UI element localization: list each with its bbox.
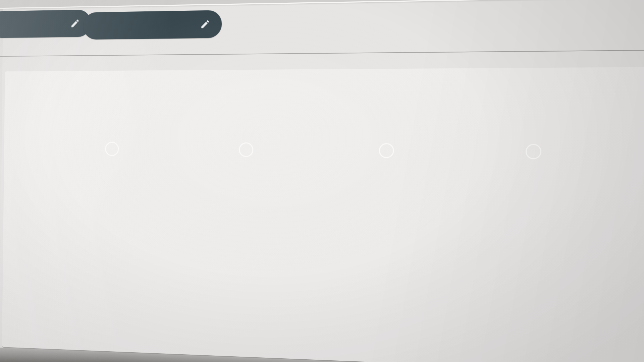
- performance-chart-canvas[interactable]: [44, 181, 644, 343]
- date-filter-label: [98, 24, 197, 26]
- metric-card-total-impressions[interactable]: [135, 71, 270, 169]
- edit-icon[interactable]: [70, 18, 80, 28]
- metric-card-average-ctr[interactable]: [270, 70, 412, 170]
- help-icon[interactable]: [526, 144, 542, 159]
- search-type-filter-label: [6, 23, 67, 24]
- help-icon[interactable]: [105, 142, 119, 156]
- metric-card-total-clicks[interactable]: [5, 72, 135, 167]
- edit-icon[interactable]: [200, 19, 210, 29]
- monitor-screen: [0, 0, 644, 362]
- search-type-filter-chip[interactable]: [0, 10, 91, 38]
- performance-chart[interactable]: [0, 177, 644, 362]
- photo-background: [0, 0, 644, 362]
- help-icon[interactable]: [239, 142, 254, 157]
- help-icon[interactable]: [379, 143, 394, 158]
- metric-card-average-position[interactable]: [411, 69, 560, 171]
- header-divider: [0, 49, 644, 57]
- date-filter-chip[interactable]: [83, 10, 222, 40]
- monitor-top-edge: [0, 0, 644, 9]
- metric-cards-row: [5, 69, 561, 171]
